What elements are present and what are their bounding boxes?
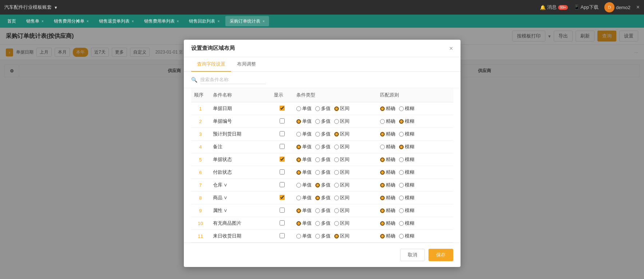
tab-sales-fee-close[interactable]: × — [87, 19, 89, 23]
match-radio-item[interactable]: 模糊 — [399, 105, 414, 112]
type-radio-item[interactable]: 多值 — [315, 105, 331, 112]
type-radio-item[interactable]: 单值 — [296, 118, 312, 125]
type-radio-item[interactable]: 单值 — [296, 207, 312, 214]
tab-home[interactable]: 首页 — [3, 16, 20, 26]
match-radio[interactable] — [380, 119, 385, 124]
type-radio-item[interactable]: 多值 — [315, 233, 331, 239]
match-radio-item[interactable]: 精确 — [380, 156, 395, 163]
type-radio-item[interactable]: 区间 — [334, 156, 349, 163]
type-radio[interactable] — [315, 145, 320, 149]
type-radio[interactable] — [296, 119, 301, 124]
match-radio-item[interactable]: 模糊 — [399, 169, 414, 176]
type-radio-item[interactable]: 区间 — [334, 194, 349, 201]
type-radio[interactable] — [296, 221, 301, 226]
match-radio-item[interactable]: 精确 — [380, 233, 395, 239]
match-radio-item[interactable]: 模糊 — [399, 233, 414, 239]
display-checkbox[interactable] — [280, 157, 285, 162]
match-radio[interactable] — [399, 208, 404, 213]
tab-sales-fee[interactable]: 销售费用分摊单 × — [50, 16, 93, 26]
type-radio-item[interactable]: 单值 — [296, 220, 312, 227]
display-checkbox[interactable] — [280, 169, 285, 174]
match-radio-item[interactable]: 精确 — [380, 220, 395, 227]
match-radio[interactable] — [399, 170, 404, 175]
match-radio[interactable] — [380, 208, 385, 213]
match-radio[interactable] — [380, 221, 385, 226]
type-radio[interactable] — [334, 106, 339, 111]
type-radio[interactable] — [315, 234, 320, 239]
display-checkbox[interactable] — [280, 131, 285, 136]
type-radio-item[interactable]: 区间 — [334, 182, 349, 188]
type-radio[interactable] — [296, 157, 301, 162]
type-radio[interactable] — [315, 119, 320, 124]
type-radio[interactable] — [334, 196, 339, 200]
type-radio[interactable] — [315, 208, 320, 213]
type-radio-item[interactable]: 多值 — [315, 144, 331, 150]
type-radio-item[interactable]: 区间 — [334, 233, 349, 239]
type-radio-item[interactable]: 区间 — [334, 105, 349, 112]
type-radio[interactable] — [296, 234, 301, 239]
tab-sales-return[interactable]: 销售退货单列表 × — [95, 16, 138, 26]
type-radio-item[interactable]: 多值 — [315, 182, 331, 188]
match-radio[interactable] — [380, 234, 385, 239]
type-radio[interactable] — [334, 145, 339, 149]
type-radio-item[interactable]: 单值 — [296, 233, 312, 239]
cancel-btn[interactable]: 取消 — [400, 249, 425, 261]
match-radio-item[interactable]: 精确 — [380, 118, 395, 125]
match-radio-item[interactable]: 精确 — [380, 207, 395, 214]
type-radio[interactable] — [296, 170, 301, 175]
match-radio[interactable] — [380, 196, 385, 200]
type-radio[interactable] — [334, 208, 339, 213]
type-radio-item[interactable]: 单值 — [296, 182, 312, 188]
download-btn[interactable]: 📱 App下载 — [574, 4, 598, 11]
type-radio-item[interactable]: 区间 — [334, 169, 349, 176]
search-input[interactable] — [200, 75, 266, 84]
type-radio-item[interactable]: 区间 — [334, 207, 349, 214]
type-radio[interactable] — [315, 170, 320, 175]
tab-sales-return-close[interactable]: × — [132, 19, 134, 23]
tab-purchase-stats-close[interactable]: × — [262, 19, 265, 23]
match-radio-item[interactable]: 模糊 — [399, 207, 414, 214]
type-radio[interactable] — [334, 183, 339, 188]
match-radio-item[interactable]: 模糊 — [399, 220, 414, 227]
match-radio-item[interactable]: 精确 — [380, 194, 395, 201]
display-checkbox[interactable] — [280, 208, 285, 213]
match-radio-item[interactable]: 模糊 — [399, 156, 414, 163]
match-radio[interactable] — [380, 106, 385, 111]
tab-sales-expense-close[interactable]: × — [177, 19, 179, 23]
match-radio-item[interactable]: 精确 — [380, 144, 395, 150]
match-radio[interactable] — [399, 234, 404, 239]
type-radio-item[interactable]: 区间 — [334, 131, 349, 137]
match-radio-item[interactable]: 模糊 — [399, 144, 414, 150]
match-radio[interactable] — [399, 106, 404, 111]
type-radio[interactable] — [315, 157, 320, 162]
match-radio[interactable] — [399, 119, 404, 124]
type-radio-item[interactable]: 单值 — [296, 144, 312, 150]
type-radio[interactable] — [334, 234, 339, 239]
match-radio[interactable] — [380, 183, 385, 188]
type-radio-item[interactable]: 多值 — [315, 194, 331, 201]
dialog-close-btn[interactable]: × — [449, 45, 453, 52]
display-checkbox[interactable] — [280, 220, 285, 225]
match-radio-item[interactable]: 精确 — [380, 131, 395, 137]
tab-sales-payment-close[interactable]: × — [217, 19, 220, 23]
type-radio-item[interactable]: 多值 — [315, 207, 331, 214]
type-radio-item[interactable]: 单值 — [296, 194, 312, 201]
type-radio[interactable] — [315, 221, 320, 226]
match-radio[interactable] — [399, 183, 404, 188]
match-radio[interactable] — [380, 170, 385, 175]
type-radio[interactable] — [315, 196, 320, 200]
dialog-tab-fields[interactable]: 查询字段设置 — [191, 57, 231, 72]
type-radio-item[interactable]: 单值 — [296, 156, 312, 163]
type-radio-item[interactable]: 单值 — [296, 131, 312, 137]
type-radio[interactable] — [296, 196, 301, 200]
type-radio-item[interactable]: 多值 — [315, 156, 331, 163]
match-radio-item[interactable]: 模糊 — [399, 194, 414, 201]
tab-sales-close[interactable]: × — [42, 19, 44, 23]
dialog-tab-layout[interactable]: 布局调整 — [231, 57, 262, 72]
tab-sales-payment[interactable]: 销售回款列表 × — [185, 16, 224, 26]
user-area[interactable]: D demo2 — [604, 2, 631, 12]
type-radio-item[interactable]: 多值 — [315, 131, 331, 137]
type-radio[interactable] — [315, 183, 320, 188]
match-radio[interactable] — [399, 145, 404, 149]
type-radio-item[interactable]: 单值 — [296, 169, 312, 176]
